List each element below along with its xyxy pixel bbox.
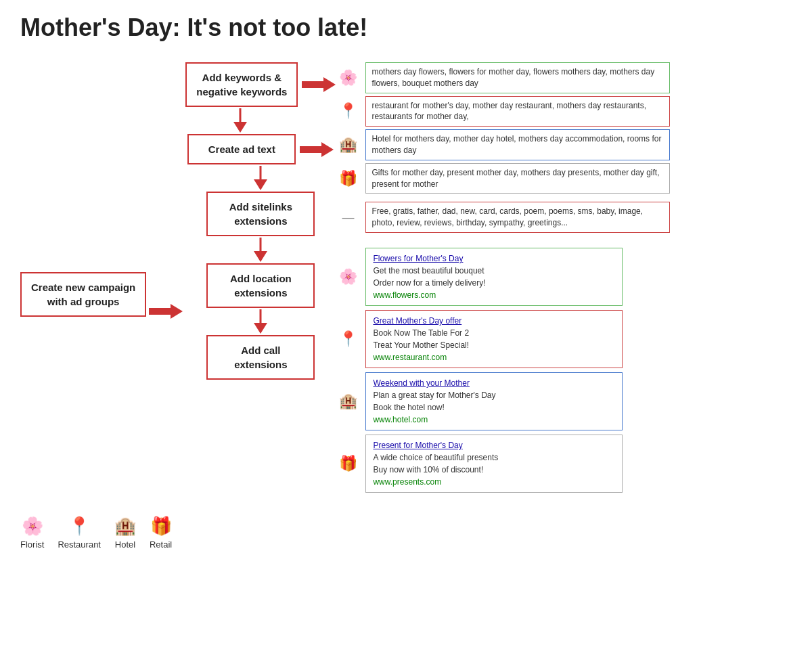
keyword-rows: 🌸 mothers day flowers, flowers for mothe… xyxy=(336,62,670,196)
ad-text2-retail: Buy now with 10% of discount! xyxy=(373,464,615,476)
negative-keywords-row: — Free, gratis, father, dad, new, card, … xyxy=(336,202,670,233)
keywords-arrow xyxy=(302,76,336,93)
ad-title-florist: Flowers for Mother's Day xyxy=(373,252,615,265)
svg-marker-0 xyxy=(149,304,183,319)
page-title: Mother's Day: It's not too late! xyxy=(20,14,792,42)
ad-text2-hotel: Book the hotel now! xyxy=(373,401,615,414)
keywords-row: Add keywords & negative keywords xyxy=(185,62,336,107)
step3-down-arrow xyxy=(250,308,271,335)
svg-marker-6 xyxy=(254,323,267,334)
svg-marker-3 xyxy=(300,142,334,157)
ad-florist-icon: 🌸 xyxy=(336,265,360,289)
florist-keywords: mothers day flowers, flowers for mother … xyxy=(365,62,670,93)
keyword-row-restaurant: 📍 restaurant for mother's day, mother da… xyxy=(336,96,670,127)
campaign-to-steps-arrow xyxy=(149,303,183,320)
step1-down-arrow xyxy=(250,164,271,192)
ad-row-retail: 🎁 Present for Mother's Day A wide choice… xyxy=(336,435,670,493)
svg-marker-5 xyxy=(254,251,267,262)
ad-text2-florist: Order now for a timely delivery! xyxy=(373,277,615,289)
ad-title-restaurant: Great Mother's Day offer xyxy=(373,315,615,327)
create-ad-text-box: Create ad text xyxy=(187,134,296,164)
ad-box-florist: Flowers for Mother's Day Get the most be… xyxy=(365,248,623,306)
retail-icon: 🎁 xyxy=(336,166,360,191)
ad-box-restaurant: Great Mother's Day offer Book Now The Ta… xyxy=(365,310,623,368)
ad-url-retail: www.presents.com xyxy=(373,476,615,488)
ad-row-restaurant: 📍 Great Mother's Day offer Book Now The … xyxy=(336,310,670,368)
legend-florist-icon: 🌸 xyxy=(22,516,43,537)
legend-restaurant-icon: 📍 xyxy=(68,516,90,537)
ad-retail-icon: 🎁 xyxy=(336,451,360,476)
legend-retail-icon: 🎁 xyxy=(150,516,172,537)
ad-title-retail: Present for Mother's Day xyxy=(373,439,615,451)
hotel-icon: 🏨 xyxy=(336,133,360,157)
create-ad-text-row: Create ad text xyxy=(187,134,334,164)
legend-florist: 🌸 Florist xyxy=(20,516,44,550)
restaurant-keywords: restaurant for mother's day, mother day … xyxy=(365,96,670,127)
keyword-row-hotel: 🏨 Hotel for mothers day, mother day hote… xyxy=(336,129,670,160)
keywords-down-arrow xyxy=(230,107,250,134)
restaurant-icon: 📍 xyxy=(336,99,360,123)
add-call-box: Add call extensions xyxy=(206,335,315,380)
keywords-box: Add keywords & negative keywords xyxy=(185,62,298,107)
step2-down-arrow xyxy=(250,236,271,263)
ad-row-florist: 🌸 Flowers for Mother's Day Get the most … xyxy=(336,248,670,306)
ad-hotel-icon: 🏨 xyxy=(336,389,360,414)
campaign-arrow-container xyxy=(149,62,183,323)
ad-url-hotel: www.hotel.com xyxy=(373,414,615,426)
ad-text1-hotel: Plan a great stay for Mother's Day xyxy=(373,389,615,401)
ad-text1-restaurant: Book Now The Table For 2 xyxy=(373,327,615,339)
campaign-column: Create new campaign with ad groups xyxy=(20,62,146,317)
ad-url-florist: www.flowers.com xyxy=(373,289,615,301)
legend: 🌸 Florist 📍 Restaurant 🏨 Hotel 🎁 Retail xyxy=(20,516,792,550)
negative-keywords: Free, gratis, father, dad, new, card, ca… xyxy=(365,202,670,233)
ad-text1-retail: A wide choice of beautiful presents xyxy=(373,451,615,464)
legend-retail-label: Retail xyxy=(150,539,172,550)
add-sitelinks-box: Add sitelinks extensions xyxy=(206,192,315,236)
ad-title-hotel: Weekend with your Mother xyxy=(373,377,615,389)
legend-restaurant: 📍 Restaurant xyxy=(58,516,101,550)
add-call-row: Add call extensions xyxy=(206,335,315,380)
svg-marker-2 xyxy=(233,122,247,133)
add-location-box: Add location extensions xyxy=(206,263,315,308)
keyword-row-retail: 🎁 Gifts for mother day, present mother d… xyxy=(336,163,670,194)
keyword-row-florist: 🌸 mothers day flowers, flowers for mothe… xyxy=(336,62,670,93)
ad-row-hotel: 🏨 Weekend with your Mother Plan a great … xyxy=(336,372,670,430)
legend-restaurant-label: Restaurant xyxy=(58,539,101,550)
add-location-row: Add location extensions xyxy=(206,263,315,308)
ad-url-restaurant: www.restaurant.com xyxy=(373,351,615,363)
ad-box-retail: Present for Mother's Day A wide choice o… xyxy=(365,435,623,493)
svg-marker-1 xyxy=(302,77,336,92)
retail-keywords: Gifts for mother day, present mother day… xyxy=(365,163,670,194)
main-diagram: Create new campaign with ad groups Add k… xyxy=(20,62,792,495)
ad-rows: 🌸 Flowers for Mother's Day Get the most … xyxy=(336,248,670,495)
steps-column: Add keywords & negative keywords Create … xyxy=(185,62,336,380)
ad-text2-restaurant: Treat Your Mother Special! xyxy=(373,339,615,351)
legend-hotel-icon: 🏨 xyxy=(114,516,136,537)
ad-text1-florist: Get the most beautiful bouquet xyxy=(373,265,615,277)
add-sitelinks-row: Add sitelinks extensions xyxy=(206,192,315,236)
legend-hotel: 🏨 Hotel xyxy=(114,516,136,550)
legend-retail: 🎁 Retail xyxy=(150,516,172,550)
florist-icon: 🌸 xyxy=(336,66,360,90)
negative-dash-icon: — xyxy=(336,210,360,225)
svg-marker-4 xyxy=(254,179,267,190)
ad-box-hotel: Weekend with your Mother Plan a great st… xyxy=(365,372,623,430)
create-ad-text-arrow xyxy=(300,141,334,158)
hotel-keywords: Hotel for mothers day, mother day hotel,… xyxy=(365,129,670,160)
campaign-box: Create new campaign with ad groups xyxy=(20,272,146,317)
ad-restaurant-icon: 📍 xyxy=(336,327,360,351)
legend-florist-label: Florist xyxy=(20,539,44,550)
right-panels: 🌸 mothers day flowers, flowers for mothe… xyxy=(336,62,670,495)
legend-hotel-label: Hotel xyxy=(115,539,135,550)
